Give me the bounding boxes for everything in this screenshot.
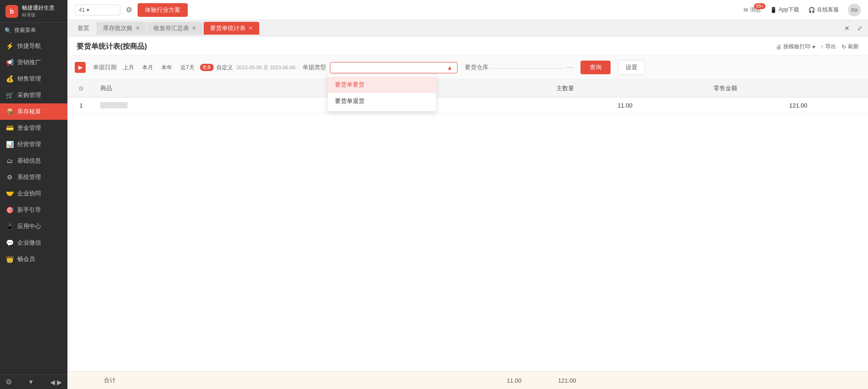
search-label: 搜索菜单	[14, 26, 36, 34]
base-icon: 🗂	[5, 157, 14, 164]
data-table: ⚙ 商品 主计量单位 主数量 零售金额 1	[67, 80, 868, 113]
sidebar-item-label: 经营管理	[17, 140, 41, 148]
sidebar-item-base[interactable]: 🗂 基础信息	[0, 153, 67, 169]
table-footer: 合计 11.00 121.00	[67, 371, 868, 389]
app-center-icon: 📱	[5, 223, 14, 230]
date-shortcut-this-month[interactable]: 本月	[139, 63, 156, 72]
print-dropdown-arrow[interactable]: ▾	[812, 44, 815, 50]
date-shortcut-this-year[interactable]: 本年	[159, 63, 175, 72]
sidebar-settings-btn[interactable]: ⚙	[5, 378, 12, 386]
sidebar-item-purchase[interactable]: 🛒 采购管理	[0, 87, 67, 103]
cell-product	[95, 97, 288, 113]
sidebar-item-sales[interactable]: 💰 销售管理	[0, 71, 67, 87]
filter-date-group: 单据日期 上月 本月 本年 近7天 更多 自定义 2023-05-06 至 20…	[93, 63, 295, 72]
sidebar-item-inventory[interactable]: 📦 库存核算	[0, 103, 67, 120]
sidebar-item-system[interactable]: ⚙ 系统管理	[0, 169, 67, 185]
table-settings-icon[interactable]: ⚙	[78, 85, 84, 92]
sidebar-item-guide[interactable]: 🎯 新手引导	[0, 202, 67, 218]
page-header: 要货单统计表(按商品) 🖨 按模板打印 ▾ ↑ 导出 ↻ 刷新	[67, 36, 868, 56]
page-actions: 🖨 按模板打印 ▾ ↑ 导出 ↻ 刷新	[776, 43, 859, 51]
tenant-dropdown[interactable]: 41 ▾	[75, 5, 120, 15]
sidebar-item-label: 资金管理	[17, 124, 41, 132]
refresh-label: 刷新	[848, 43, 859, 51]
trial-btn[interactable]: 体验行业方案	[138, 3, 188, 17]
content-area: 要货单统计表(按商品) 🖨 按模板打印 ▾ ↑ 导出 ↻ 刷新 ▶	[67, 36, 868, 389]
app-name: 畅捷通好生意	[22, 5, 55, 12]
sales-icon: 💰	[5, 75, 14, 82]
warehouse-value[interactable]	[491, 67, 564, 69]
system-icon: ⚙	[5, 174, 14, 181]
sidebar-collapse-btn[interactable]: ◀ ▶	[50, 379, 62, 386]
sidebar-item-label: 库存核算	[17, 107, 41, 116]
tab-home[interactable]: 首页	[71, 22, 96, 35]
tab-batch-account[interactable]: 库存批次账 ✕	[97, 22, 146, 35]
col-settings: ⚙	[67, 80, 95, 97]
table-container: ⚙ 商品 主计量单位 主数量 零售金额 1	[67, 80, 868, 371]
filter-settings-btn[interactable]: 设置	[618, 60, 645, 75]
tab-receive-summary[interactable]: 收发存汇总表 ✕	[147, 22, 203, 35]
filter-expand-btn[interactable]: ▶	[75, 62, 86, 73]
date-custom[interactable]: 自定义	[216, 64, 233, 72]
print-btn[interactable]: 🖨 按模板打印 ▾	[776, 43, 815, 51]
date-more-badge[interactable]: 更多	[200, 64, 214, 71]
sidebar-item-label: 采购管理	[17, 91, 41, 99]
page-title: 要货单统计表(按商品)	[77, 42, 147, 51]
sidebar-scroll-down[interactable]: ▼	[28, 379, 34, 385]
purchase-icon: 🛒	[5, 92, 14, 99]
warehouse-label: 要货仓库	[465, 63, 488, 72]
wechat-icon: 💬	[5, 239, 14, 246]
date-shortcut-7days[interactable]: 近7天	[178, 63, 197, 72]
cell-seq: 1	[67, 97, 95, 113]
tab-close-receive-summary[interactable]: ✕	[192, 25, 196, 31]
app-logo: b 畅捷通好生意 标准版	[0, 0, 67, 23]
sidebar: b 畅捷通好生意 标准版 🔍 搜索菜单 ⚡ 快捷导航 📢 营销推广 💰 销售管理…	[0, 0, 67, 389]
dropdown-item-order[interactable]: 要货单要货	[328, 77, 436, 93]
enterprise-icon: 🤝	[5, 190, 14, 197]
sidebar-item-app-center[interactable]: 📱 应用中心	[0, 218, 67, 235]
tab-close-order-stats[interactable]: ✕	[248, 25, 253, 31]
app-sub: 标准版	[22, 12, 55, 18]
sidebar-item-wechat[interactable]: 💬 企业微信	[0, 235, 67, 251]
sidebar-bottom: ⚙ ▼ ◀ ▶	[0, 374, 67, 389]
date-shortcut-prev-month[interactable]: 上月	[120, 63, 137, 72]
sidebar-item-marketing[interactable]: 📢 营销推广	[0, 54, 67, 71]
avatar: Rit	[848, 4, 861, 16]
sidebar-search[interactable]: 🔍 搜索菜单	[0, 23, 67, 38]
sidebar-item-operations[interactable]: 📊 经营管理	[0, 136, 67, 153]
refresh-icon: ↻	[842, 44, 846, 50]
tab-close-all-btn[interactable]: ✕	[842, 24, 852, 33]
tab-order-stats[interactable]: 要货单统计表 ✕	[204, 22, 259, 35]
dropdown-item-return[interactable]: 要货单退货	[328, 93, 436, 109]
table-row: 1 块 11.00 121.00	[67, 97, 868, 113]
col-product: 商品	[95, 80, 288, 97]
app-download-btn[interactable]: 📱 App下载	[770, 6, 799, 14]
type-select[interactable]: ▲	[330, 62, 457, 73]
type-select-input[interactable]	[335, 64, 447, 71]
footer-amount: 121.00	[527, 377, 582, 384]
sidebar-item-label: 新手引导	[17, 206, 41, 214]
sidebar-item-label: 应用中心	[17, 222, 41, 230]
print-icon: 🖨	[776, 44, 781, 50]
sidebar-item-finance[interactable]: 💳 资金管理	[0, 120, 67, 136]
phone-icon: 📱	[770, 7, 777, 13]
query-btn[interactable]: 查询	[580, 61, 611, 74]
sidebar-item-enterprise[interactable]: 🤝 企业协同	[0, 185, 67, 202]
topbar: 41 ▾ ⚙ 体验行业方案 ✉ 消息 99+ 📱 App下载 🎧 在线客服 Ri…	[67, 0, 868, 20]
export-btn[interactable]: ↑ 导出	[821, 43, 836, 51]
messages-btn[interactable]: ✉ 消息 99+	[744, 6, 761, 14]
filter-more-btn[interactable]: ···	[567, 63, 573, 72]
operations-icon: 📊	[5, 141, 14, 148]
marketing-icon: 📢	[5, 59, 14, 66]
topbar-settings-icon[interactable]: ⚙	[126, 5, 132, 14]
tab-expand-btn[interactable]: ⤢	[855, 24, 864, 33]
user-avatar-btn[interactable]: Rit	[848, 4, 861, 16]
receive-summary-label: 收发存汇总表	[154, 24, 189, 32]
vip-icon: 👑	[5, 256, 14, 263]
refresh-btn[interactable]: ↻ 刷新	[842, 43, 859, 51]
tab-close-batch-account[interactable]: ✕	[135, 25, 140, 31]
online-service-btn[interactable]: 🎧 在线客服	[808, 6, 839, 14]
sidebar-item-vip[interactable]: 👑 畅会员	[0, 251, 67, 267]
sidebar-item-quick-nav[interactable]: ⚡ 快捷导航	[0, 38, 67, 54]
type-select-arrow-up[interactable]: ▲	[447, 64, 452, 71]
date-shortcuts: 上月 本月 本年 近7天 更多 自定义	[120, 63, 233, 72]
